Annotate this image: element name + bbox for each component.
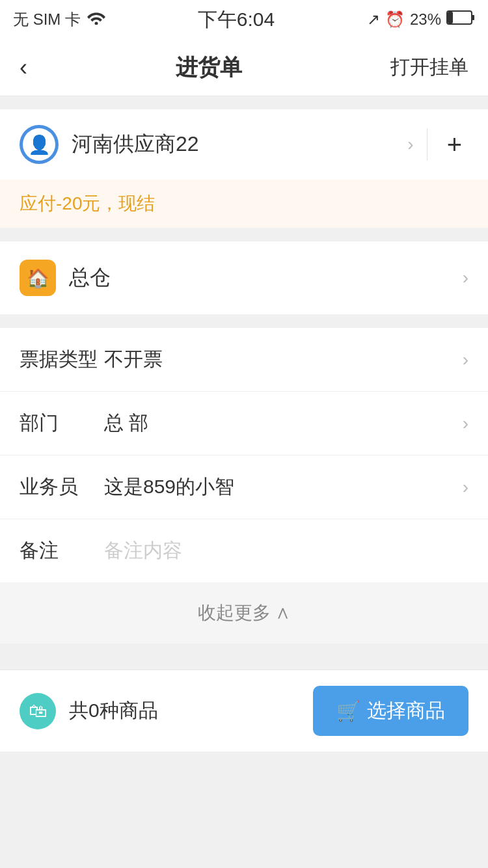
collapse-label: 收起更多 ∧ [198, 603, 291, 623]
person-icon: 👤 [28, 134, 51, 156]
house-icon: 🏠 [27, 267, 49, 289]
department-label: 部门 [20, 410, 104, 437]
salesperson-row[interactable]: 业务员 这是859的小智 › [0, 455, 488, 519]
department-value: 总 部 [104, 410, 463, 437]
status-left: 无 SIM 卡 [13, 9, 105, 30]
supplier-row[interactable]: 👤 河南供应商22 › + [0, 109, 488, 180]
battery-label: 23% [410, 10, 441, 29]
invoice-value: 不开票 [104, 346, 463, 373]
remark-row[interactable]: 备注 备注内容 [0, 519, 488, 582]
select-btn-icon: 🛒 [336, 699, 360, 722]
department-row[interactable]: 部门 总 部 › [0, 391, 488, 455]
alarm-icon: ⏰ [385, 10, 405, 29]
invoice-row[interactable]: 票据类型 不开票 › [0, 327, 488, 391]
invoice-chevron-icon: › [463, 349, 468, 370]
avatar-inner: 👤 [23, 128, 55, 161]
supplier-section: 👤 河南供应商22 › + 应付-20元，现结 [0, 109, 488, 228]
nav-bar: ‹ 进货单 打开挂单 [0, 39, 488, 96]
alert-text: 应付-20元，现结 [20, 193, 155, 213]
salesperson-label: 业务员 [20, 474, 104, 500]
svg-rect-1 [472, 15, 474, 20]
department-chevron-icon: › [463, 413, 468, 434]
section-gap-3 [0, 314, 488, 327]
bottom-bar: 🛍 共0种商品 🛒 选择商品 [0, 670, 488, 752]
section-gap-1 [0, 96, 488, 109]
select-btn-label: 选择商品 [367, 698, 445, 724]
product-count: 共0种商品 [69, 698, 313, 724]
battery-icon [446, 10, 475, 29]
warehouse-row[interactable]: 🏠 总仓 › [0, 241, 488, 314]
salesperson-chevron-icon: › [463, 477, 468, 498]
remark-label: 备注 [20, 537, 104, 564]
warehouse-section: 🏠 总仓 › [0, 241, 488, 314]
supplier-avatar: 👤 [20, 125, 59, 164]
select-product-button[interactable]: 🛒 选择商品 [313, 686, 468, 736]
supplier-name: 河南供应商22 [72, 130, 407, 159]
back-button[interactable]: ‹ [20, 54, 27, 81]
cart-icon: 🛍 [29, 700, 47, 722]
collapse-bar[interactable]: 收起更多 ∧ [0, 582, 488, 644]
section-gap-4 [0, 644, 488, 657]
remark-placeholder: 备注内容 [104, 537, 468, 564]
location-icon: ↗ [367, 10, 380, 29]
warehouse-name: 总仓 [69, 264, 463, 292]
wifi-icon [87, 10, 105, 29]
section-gap-2 [0, 228, 488, 241]
vertical-divider [427, 128, 427, 161]
warehouse-icon-bg: 🏠 [20, 260, 56, 296]
svg-rect-2 [448, 12, 453, 23]
open-pending-button[interactable]: 打开挂单 [390, 54, 468, 81]
carrier-label: 无 SIM 卡 [13, 9, 81, 30]
salesperson-value: 这是859的小智 [104, 474, 463, 500]
bottom-cart-icon-bg: 🛍 [20, 693, 56, 729]
supplier-chevron-icon: › [407, 134, 413, 155]
add-supplier-button[interactable]: + [441, 130, 468, 159]
status-bar: 无 SIM 卡 下午6:04 ↗ ⏰ 23% [0, 0, 488, 39]
page-title: 进货单 [176, 53, 242, 83]
invoice-label: 票据类型 [20, 346, 104, 373]
form-section: 票据类型 不开票 › 部门 总 部 › 业务员 这是859的小智 › 备注 备注… [0, 327, 488, 582]
alert-banner: 应付-20元，现结 [0, 180, 488, 228]
status-time: 下午6:04 [198, 7, 275, 33]
warehouse-chevron-icon: › [463, 267, 468, 288]
status-right: ↗ ⏰ 23% [367, 10, 475, 29]
